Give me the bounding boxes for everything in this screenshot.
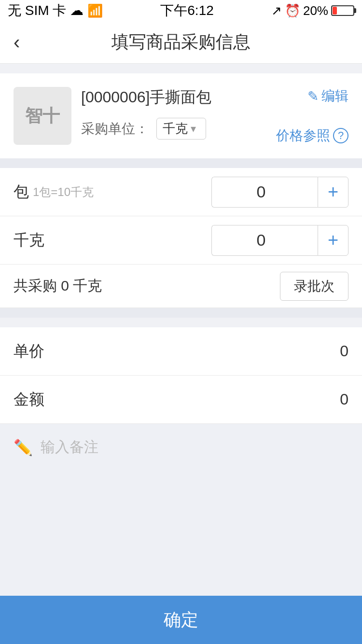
amount-value: 0 [340,391,348,408]
edit-icon: ✎ [307,88,319,104]
price-ref-label: 价格参照 [276,126,330,145]
product-thumbnail: 智十 [14,87,71,145]
nav-bar: ‹ 填写商品采购信息 [0,21,362,64]
back-button[interactable]: ‹ [14,31,20,53]
bag-sub-label: 1包=10千克 [33,184,94,200]
total-text: 共采购 0 千克 [14,276,102,296]
bag-plus-button[interactable]: + [318,177,348,208]
empty-space [0,471,362,616]
note-placeholder: 输入备注 [41,437,98,457]
input-section: 包 1包=10千克 + 千克 + 共采购 0 千克 录批次 [0,168,362,308]
status-time: 下午6:12 [160,1,214,20]
kg-plus-button[interactable]: + [318,225,348,256]
edit-button[interactable]: ✎ 编辑 [307,87,348,105]
unit-label: 采购单位： [81,120,149,138]
record-batch-button[interactable]: 录批次 [280,272,348,301]
unit-price-label: 单价 [14,341,44,362]
total-row: 共采购 0 千克 录批次 [0,265,362,308]
bag-qty-input[interactable] [211,177,318,208]
unit-price-row: 单价 0 [0,327,362,376]
product-card: 智十 [0000006]手撕面包 采购单位： 千克 ▾ ✎ 编辑 价格参照 ? [0,73,362,158]
kg-input-right: + [211,225,348,256]
confirm-button[interactable]: 确定 [0,596,362,644]
status-bar: 无 SIM 卡 ☁ 📶 下午6:12 ↗ ⏰ 20% [0,0,362,21]
bag-input-right: + [211,177,348,208]
location-icon: ↗ [271,3,282,18]
sim-status: 无 SIM 卡 ☁ [8,1,84,20]
battery-percent: 20% [303,3,328,18]
wifi-icon: 📶 [87,3,103,18]
alarm-icon: ⏰ [285,3,300,18]
section-divider-1 [0,158,362,168]
kg-input-row: 千克 + [0,216,362,265]
edit-label: 编辑 [321,87,348,105]
price-section: 单价 0 金额 0 [0,327,362,424]
bag-label: 包 [14,182,29,203]
note-section[interactable]: ✏️ 输入备注 [0,424,362,471]
product-thumb-text: 智十 [25,104,60,128]
kg-qty-input[interactable] [211,225,318,256]
amount-row: 金额 0 [0,376,362,424]
page-title: 填写商品采购信息 [111,30,251,54]
status-right: ↗ ⏰ 20% [271,3,354,18]
help-icon: ? [333,128,348,143]
unit-price-value: 0 [340,342,348,360]
kg-label: 千克 [14,230,44,251]
unit-value: 千克 [163,120,188,137]
amount-label: 金额 [14,389,44,410]
section-divider-2 [0,308,362,318]
bag-input-row: 包 1包=10千克 + [0,168,362,216]
status-left: 无 SIM 卡 ☁ 📶 [8,1,103,20]
dropdown-arrow-icon: ▾ [191,123,196,135]
note-icon: ✏️ [14,438,33,457]
battery-icon [331,5,354,16]
price-ref-button[interactable]: 价格参照 ? [276,126,348,145]
unit-select[interactable]: 千克 ▾ [156,118,206,140]
